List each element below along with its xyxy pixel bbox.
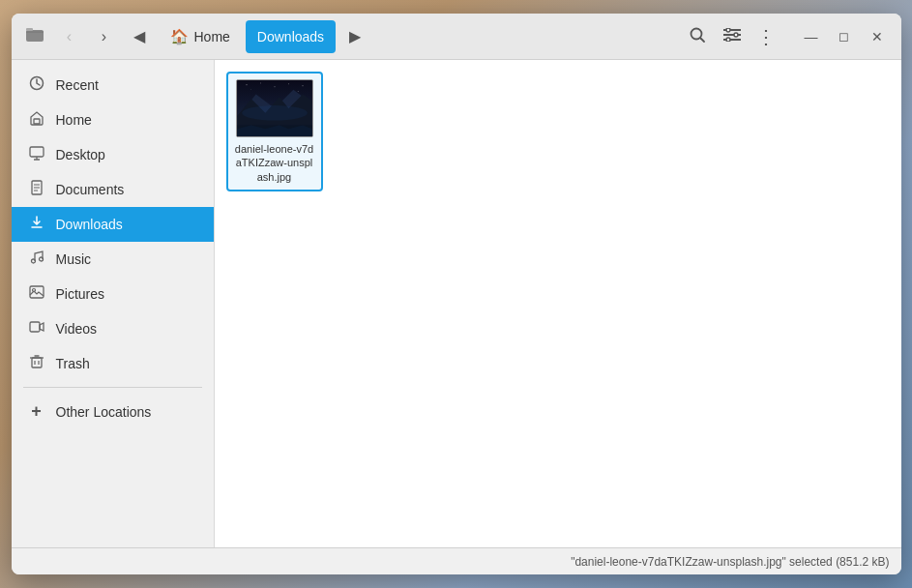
sidebar-item-downloads[interactable]: Downloads <box>12 207 214 242</box>
view-options-button[interactable] <box>716 20 749 53</box>
svg-rect-12 <box>30 147 44 157</box>
svg-point-33 <box>288 83 289 84</box>
svg-point-2 <box>691 28 701 39</box>
search-icon <box>689 26 706 47</box>
close-icon: ✕ <box>871 29 883 44</box>
svg-rect-24 <box>30 322 40 332</box>
recent-icon <box>27 75 46 95</box>
svg-marker-40 <box>237 125 311 136</box>
recent-label: Recent <box>56 77 99 93</box>
file-thumbnail <box>236 79 313 137</box>
minimize-button[interactable]: — <box>795 20 828 53</box>
downloads-label: Downloads <box>56 217 123 232</box>
maximize-icon: ◻ <box>838 29 849 44</box>
titlebar: ‹ › ◀ 🏠 Home Downloads ▶ <box>12 14 901 60</box>
pictures-icon <box>27 284 46 304</box>
music-icon <box>27 250 46 269</box>
sidebar-item-recent[interactable]: Recent <box>12 68 214 103</box>
window-controls: — ◻ ✕ <box>795 20 894 53</box>
home-breadcrumb-label: Home <box>194 29 230 44</box>
svg-point-31 <box>260 83 261 84</box>
titlebar-actions: ⋮ <box>681 20 783 53</box>
downloads-breadcrumb-btn[interactable]: Downloads <box>246 20 336 53</box>
downloads-breadcrumb-label: Downloads <box>257 29 324 44</box>
svg-point-8 <box>734 33 738 37</box>
file-item[interactable]: daniel-leone-v7daTKIZzaw-unsplash.jpg <box>226 72 323 191</box>
downloads-icon <box>27 215 46 234</box>
svg-line-3 <box>700 38 704 42</box>
pictures-label: Pictures <box>56 286 105 302</box>
file-manager-window: ‹ › ◀ 🏠 Home Downloads ▶ <box>12 14 901 574</box>
main-content: RecentHomeDesktopDocumentsDownloadsMusic… <box>12 60 901 547</box>
view-options-icon <box>723 28 741 45</box>
trash-icon <box>27 354 46 373</box>
home-icon <box>27 110 46 130</box>
svg-point-35 <box>250 89 251 90</box>
svg-rect-1 <box>26 28 33 31</box>
file-manager-icon-btn[interactable] <box>19 21 50 52</box>
sidebar-item-trash[interactable]: Trash <box>12 346 214 381</box>
more-options-button[interactable]: ⋮ <box>750 20 783 53</box>
sidebar-item-desktop[interactable]: Desktop <box>12 137 214 172</box>
back-button[interactable]: ‹ <box>54 21 85 52</box>
sidebar-item-other-locations[interactable]: + Other Locations <box>12 394 214 429</box>
more-options-icon: ⋮ <box>756 25 777 48</box>
svg-rect-25 <box>32 358 42 368</box>
desktop-label: Desktop <box>56 147 105 162</box>
home-label: Home <box>56 112 92 128</box>
svg-point-30 <box>246 84 247 85</box>
search-button[interactable] <box>681 20 714 53</box>
svg-point-32 <box>274 86 275 87</box>
close-button[interactable]: ✕ <box>861 20 894 53</box>
home-breadcrumb-btn[interactable]: 🏠 Home <box>159 20 242 53</box>
videos-icon <box>27 319 46 338</box>
sidebar-item-home[interactable]: Home <box>12 103 214 137</box>
svg-rect-22 <box>30 286 44 298</box>
sidebar-divider <box>23 387 202 388</box>
file-manager-icon <box>25 25 44 47</box>
documents-icon <box>27 180 46 199</box>
svg-point-21 <box>39 257 43 261</box>
statusbar: "daniel-leone-v7daTKIZzaw-unsplash.jpg" … <box>12 547 901 574</box>
file-name: daniel-leone-v7daTKIZzaw-unsplash.jpg <box>234 142 315 184</box>
sidebar-item-music[interactable]: Music <box>12 242 214 277</box>
history-chevron-button[interactable]: ◀ <box>124 21 155 52</box>
svg-rect-11 <box>34 119 40 124</box>
sidebar-item-pictures[interactable]: Pictures <box>12 277 214 311</box>
breadcrumb-expand-button[interactable]: ▶ <box>339 21 370 52</box>
other-locations-icon: + <box>27 401 46 422</box>
music-label: Music <box>56 251 92 267</box>
svg-point-34 <box>302 85 303 86</box>
minimize-icon: — <box>805 29 818 44</box>
svg-point-41 <box>242 105 308 120</box>
forward-button[interactable]: › <box>89 21 120 52</box>
file-area[interactable]: daniel-leone-v7daTKIZzaw-unsplash.jpg <box>215 60 901 547</box>
maximize-button[interactable]: ◻ <box>828 20 861 53</box>
sidebar-item-documents[interactable]: Documents <box>12 172 214 207</box>
sidebar-item-videos[interactable]: Videos <box>12 311 214 346</box>
svg-point-20 <box>31 259 35 263</box>
other-locations-label: Other Locations <box>56 404 152 420</box>
desktop-icon <box>27 145 46 164</box>
documents-label: Documents <box>56 182 125 197</box>
sidebar: RecentHomeDesktopDocumentsDownloadsMusic… <box>12 60 215 547</box>
svg-point-9 <box>726 38 730 42</box>
svg-point-36 <box>297 91 298 92</box>
home-icon: 🏠 <box>170 28 189 45</box>
statusbar-text: "daniel-leone-v7daTKIZzaw-unsplash.jpg" … <box>571 555 889 569</box>
videos-label: Videos <box>56 321 98 337</box>
trash-label: Trash <box>56 356 90 371</box>
svg-point-7 <box>726 28 730 32</box>
